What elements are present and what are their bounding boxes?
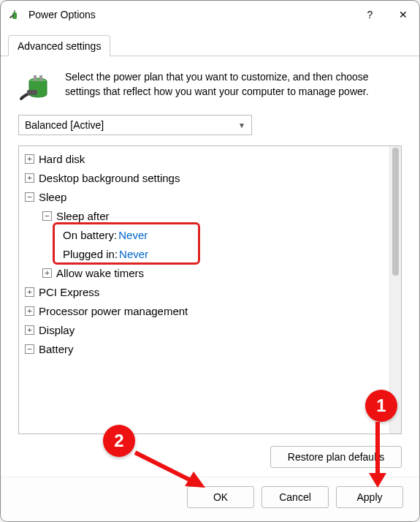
settings-tree[interactable]: + Hard disk + Desktop background setting… bbox=[19, 146, 389, 434]
expand-icon[interactable]: + bbox=[25, 173, 34, 183]
svg-rect-1 bbox=[14, 10, 15, 12]
expand-icon[interactable]: + bbox=[25, 154, 34, 164]
ok-button[interactable]: OK bbox=[187, 486, 254, 508]
tree-item-display[interactable]: + Display bbox=[22, 320, 386, 339]
window-title: Power Options bbox=[28, 9, 354, 20]
power-plan-select[interactable]: Balanced [Active] ▼ bbox=[18, 115, 252, 135]
cancel-button[interactable]: Cancel bbox=[261, 486, 329, 508]
tree-item-hard-disk[interactable]: + Hard disk bbox=[22, 149, 386, 168]
collapse-icon[interactable]: − bbox=[25, 344, 34, 354]
expand-icon[interactable]: + bbox=[25, 287, 34, 297]
close-button[interactable]: ✕ bbox=[386, 1, 419, 29]
tree-label: Display bbox=[39, 324, 75, 336]
tree-item-desktop-bg[interactable]: + Desktop background settings bbox=[22, 168, 386, 187]
chevron-down-icon: ▼ bbox=[238, 121, 245, 129]
tree-value[interactable]: Never bbox=[118, 229, 148, 241]
scrollbar-thumb[interactable] bbox=[392, 148, 399, 276]
tree-label: On battery bbox=[63, 229, 114, 241]
tree-item-battery[interactable]: − Battery bbox=[22, 339, 386, 358]
expand-icon[interactable]: + bbox=[25, 306, 34, 316]
svg-rect-3 bbox=[34, 75, 37, 81]
expand-icon[interactable]: + bbox=[42, 268, 52, 278]
titlebar-actions: ? ✕ bbox=[354, 1, 419, 29]
tree-item-sleep[interactable]: − Sleep bbox=[22, 187, 386, 206]
tab-advanced-settings[interactable]: Advanced settings bbox=[8, 35, 110, 56]
tree-label: Desktop background settings bbox=[39, 172, 180, 184]
tree-label: Battery bbox=[39, 343, 74, 355]
tree-item-plugged-in[interactable]: Plugged in: Never bbox=[22, 244, 386, 263]
titlebar: Power Options ? ✕ bbox=[1, 1, 419, 29]
tree-value[interactable]: Never bbox=[119, 248, 148, 260]
tree-item-on-battery[interactable]: On battery: Never bbox=[22, 225, 386, 244]
help-button[interactable]: ? bbox=[354, 1, 386, 29]
collapse-icon[interactable]: − bbox=[42, 211, 52, 221]
tree-item-pci-express[interactable]: + PCI Express bbox=[22, 282, 386, 301]
tab-panel: Select the power plan that you want to c… bbox=[1, 56, 419, 477]
restore-row: Restore plan defaults bbox=[18, 445, 402, 468]
power-plan-icon bbox=[18, 69, 53, 105]
svg-rect-5 bbox=[27, 90, 37, 95]
power-options-icon bbox=[8, 7, 23, 22]
intro-row: Select the power plan that you want to c… bbox=[18, 69, 402, 105]
tree-label: Allow wake timers bbox=[56, 267, 144, 279]
tree-item-sleep-after[interactable]: − Sleep after bbox=[22, 206, 386, 225]
tree-label: Plugged in bbox=[63, 248, 115, 260]
expand-icon[interactable]: + bbox=[25, 325, 34, 335]
tree-scrollbar[interactable] bbox=[389, 146, 401, 434]
svg-rect-4 bbox=[39, 75, 42, 81]
tree-label: Sleep after bbox=[56, 210, 110, 222]
settings-tree-container: + Hard disk + Desktop background setting… bbox=[18, 145, 402, 434]
apply-button[interactable]: Apply bbox=[336, 486, 403, 508]
tree-label: Sleep bbox=[39, 191, 66, 203]
tab-strip: Advanced settings bbox=[1, 34, 419, 56]
power-plan-selected-label: Balanced [Active] bbox=[25, 119, 104, 131]
power-options-dialog: Power Options ? ✕ Advanced settings Sele… bbox=[0, 0, 420, 522]
tree-label: PCI Express bbox=[39, 286, 99, 298]
tree-item-processor-pm[interactable]: + Processor power management bbox=[22, 301, 386, 320]
collapse-icon[interactable]: − bbox=[25, 192, 34, 202]
tree-label: Processor power management bbox=[39, 305, 188, 317]
dialog-button-bar: OK Cancel Apply bbox=[1, 477, 419, 521]
restore-defaults-button[interactable]: Restore plan defaults bbox=[270, 446, 402, 468]
tree-item-allow-wake-timers[interactable]: + Allow wake timers bbox=[22, 263, 386, 282]
tree-label: Hard disk bbox=[39, 153, 85, 165]
intro-text: Select the power plan that you want to c… bbox=[65, 69, 402, 99]
